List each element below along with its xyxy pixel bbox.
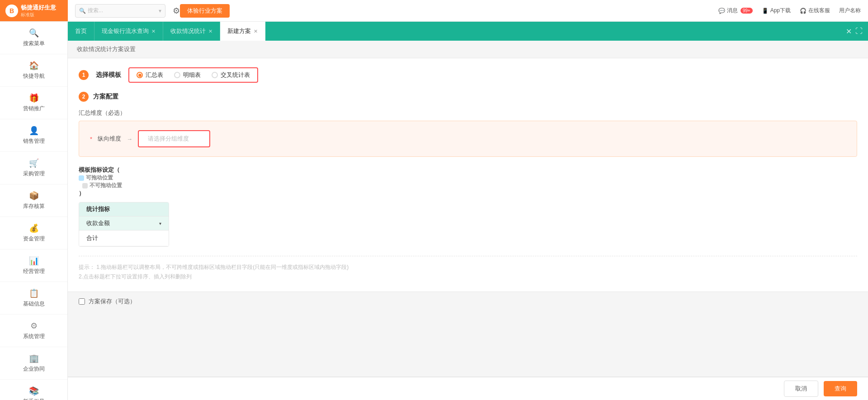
dimension-row: * 纵向维度 → 请选择分组维度 [90,130,846,147]
radio-detail[interactable]: 明细表 [174,71,201,79]
metrics-table: 统计指标 收款金额 ▾ 合计 [79,202,169,247]
sidebar-item-label: 快捷导航 [23,72,45,80]
sidebar-item-guide[interactable]: 📚 新手引导 [0,380,67,400]
service-icon: 🎧 [800,8,807,14]
required-star: * [90,136,92,142]
maximize-icon[interactable]: ⛶ [855,27,863,35]
tab-home[interactable]: 首页 [68,22,94,41]
tab-bank-flow-close[interactable]: ✕ [151,28,156,34]
form-card: 1 选择模板 汇总表 明细表 交叉统计表 [68,58,868,292]
guide-icon: 📚 [29,386,39,396]
column-dropdown-icon[interactable]: ▾ [159,221,161,226]
tab-receipts-stat[interactable]: 收款情况统计 ✕ [163,22,220,41]
trial-button[interactable]: 体验行业方案 [180,4,230,18]
sidebar-item-marketing[interactable]: 🎁 营销推广 [0,87,67,119]
metrics-header: 模板指标设定（ 可拖动位置 不可拖动位置 ） [79,166,857,198]
sidebar-item-label: 基础信息 [23,300,45,308]
tab-receipts-stat-close[interactable]: ✕ [208,28,212,34]
dropdown-icon: ▾ [159,8,161,14]
sidebar-item-basic-info[interactable]: 📋 基础信息 [0,282,67,315]
metrics-column-header[interactable]: 收款金额 ▾ [79,216,169,231]
metrics-header-label: 模板指标设定（ 可拖动位置 不可拖动位置 ） [79,166,122,198]
tab-bar-right: ✕ ⛶ [846,27,868,36]
breadcrumb: 收款情况统计方案设置 [68,41,868,58]
search-placeholder: 搜索... [88,7,103,14]
top-bar-actions: 💬 消息 99+ 📱 App下载 🎧 在线客服 用户名称 [718,7,861,14]
sidebar: 🔍 搜索菜单 🏠 快捷导航 🎁 营销推广 👤 销售管理 🛒 采购管理 📦 库存核… [0,22,68,400]
close-window-icon[interactable]: ✕ [846,27,852,36]
username: 用户名称 [839,7,861,14]
search-icon: 🔍 [79,8,86,14]
main-layout: 🔍 搜索菜单 🏠 快捷导航 🎁 营销推广 👤 销售管理 🛒 采购管理 📦 库存核… [0,22,868,400]
gear-icon: ⚙ [173,6,180,15]
tab-bank-flow[interactable]: 现金银行流水查询 ✕ [94,22,163,41]
arrow-icon: → [127,136,132,142]
step2-title-row: 2 方案配置 [79,92,857,102]
messages-link[interactable]: 💬 消息 99+ [718,7,753,14]
quick-nav-icon: 🏠 [29,61,39,71]
save-checkbox[interactable] [79,298,85,305]
metrics-table-title: 统计指标 [79,202,169,216]
draggable-dot [79,175,84,181]
radio-detail-circle [174,72,180,78]
page-body: 收款情况统计方案设置 1 选择模板 汇总表 明细表 [68,41,868,376]
dimension-title: 汇总维度（必选） [79,109,857,117]
save-label: 方案保存（可选） [89,297,136,306]
tab-home-label: 首页 [75,27,87,35]
operations-icon: 📊 [29,256,39,266]
search-menu-icon: 🔍 [29,28,39,38]
gear-button[interactable]: ⚙ [173,6,180,16]
cancel-button[interactable]: 取消 [784,381,818,397]
sidebar-item-finance[interactable]: 💰 资金管理 [0,217,67,249]
step1-row: 1 选择模板 汇总表 明细表 交叉统计表 [79,67,857,83]
service-link[interactable]: 🎧 在线客服 [800,7,830,14]
dimension-select[interactable]: 请选择分组维度 [138,130,210,147]
sidebar-item-search-menu[interactable]: 🔍 搜索菜单 [0,22,67,54]
basic-info-icon: 📋 [29,288,39,298]
dimension-placeholder: 请选择分组维度 [148,135,189,142]
sidebar-item-purchase[interactable]: 🛒 采购管理 [0,152,67,184]
radio-summary[interactable]: 汇总表 [137,71,163,79]
tab-bank-flow-label: 现金银行流水查询 [102,27,149,35]
radio-cross-circle [212,72,218,78]
sidebar-item-operations[interactable]: 📊 经营管理 [0,249,67,282]
non-draggable-dot [82,183,88,188]
query-button[interactable]: 查询 [824,381,857,396]
sidebar-item-sales[interactable]: 👤 销售管理 [0,119,67,152]
sidebar-item-label: 新手引导 [23,398,45,400]
sidebar-item-inventory[interactable]: 📦 库存核算 [0,184,67,217]
tab-new-plan-label: 新建方案 [227,27,251,35]
sidebar-item-quick-nav[interactable]: 🏠 快捷导航 [0,54,67,87]
bottom-bar: 取消 查询 [68,376,868,400]
tip2: 2.点击标题栏下拉可设置排序、插入列和删除列 [79,273,857,281]
tips-area: 提示： 1.拖动标题栏可以调整布局，不可跨维度或指标区域拖动栏目字段(只能在同一… [79,256,857,281]
sidebar-item-label: 搜索菜单 [23,40,45,47]
logo-icon: B [5,5,18,17]
sidebar-item-label: 企业协同 [23,365,45,373]
download-link[interactable]: 📱 App下载 [762,7,791,14]
sidebar-item-enterprise[interactable]: 🏢 企业协同 [0,347,67,380]
inventory-icon: 📦 [29,191,39,201]
finance-icon: 💰 [29,223,39,233]
logo: B 畅捷通好生意 标准版 [0,0,68,21]
sidebar-item-label: 经营管理 [23,268,45,275]
step1-badge: 1 [79,70,89,80]
tab-receipts-stat-label: 收款情况统计 [170,27,206,35]
radio-cross[interactable]: 交叉统计表 [212,71,250,79]
sidebar-item-label: 采购管理 [23,170,45,178]
tip1-text: 提示： 1.拖动标题栏可以调整布局，不可跨维度或指标区域拖动栏目字段(只能在同一… [79,264,349,271]
sidebar-item-system[interactable]: ⚙ 系统管理 [0,315,67,347]
tab-new-plan-close[interactable]: ✕ [254,28,258,34]
tab-new-plan[interactable]: 新建方案 ✕ [220,22,265,41]
download-icon: 📱 [762,8,769,14]
radio-summary-label: 汇总表 [146,71,163,79]
template-radio-group: 汇总表 明细表 交叉统计表 [128,67,258,83]
purchase-icon: 🛒 [29,158,39,168]
sidebar-item-label: 营销推广 [23,105,45,113]
messages-badge: 99+ [741,8,753,14]
metrics-row-total: 合计 [79,231,169,246]
search-bar[interactable]: 🔍 搜索... ▾ [75,4,165,18]
vertical-dim-label: 纵向维度 [98,135,121,143]
dimension-area: * 纵向维度 → 请选择分组维度 [79,121,857,157]
footer-save-row: 方案保存（可选） [68,292,868,311]
